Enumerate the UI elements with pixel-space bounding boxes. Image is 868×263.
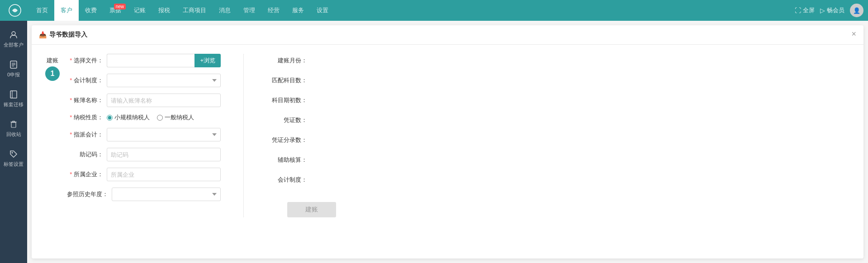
sidebar-item-zero-report[interactable]: 0申报: [0, 55, 27, 83]
fullscreen-icon: ⛶: [795, 7, 801, 14]
form-fields: * 选择文件： +浏览 * 会计制度：: [67, 54, 221, 201]
file-input-group: +浏览: [107, 54, 221, 67]
auxiliary-row: 辅助核算：: [266, 153, 357, 167]
accounting-system-label: * 会计制度：: [67, 76, 103, 85]
voucher-entries-label: 凭证分录数：: [266, 136, 307, 144]
accountant-row: * 指派会计：: [67, 128, 221, 141]
history-year-row: 参照历史年度：: [67, 188, 221, 201]
nav-item-operations[interactable]: 经营: [261, 0, 286, 21]
app-logo[interactable]: [5, 0, 25, 21]
auxiliary-label: 辅助核算：: [266, 156, 307, 164]
step-indicator: 建账 1: [45, 54, 60, 81]
dialog-body: 建账 1 * 选择文件： +浏览: [32, 45, 863, 226]
sidebar-item-tag-settings[interactable]: 标签设置: [0, 145, 27, 172]
build-btn-container: 建账: [266, 202, 357, 217]
history-year-label: 参照历史年度：: [67, 190, 108, 198]
file-icon: [9, 60, 19, 70]
svg-point-9: [12, 152, 13, 154]
file-input[interactable]: [107, 54, 194, 67]
close-button[interactable]: ×: [851, 30, 856, 38]
tax-small-label: 小规模纳税人: [114, 113, 150, 122]
trash-icon: [9, 119, 19, 129]
dialog-header: 📥 导爷数据导入: [32, 25, 863, 45]
new-badge: new: [114, 4, 126, 9]
account-name-row: * 账簿名称：: [67, 94, 221, 107]
person-icon: [9, 30, 19, 40]
init-amount-row: 科目期初数：: [266, 94, 357, 107]
sidebar-item-account-migration[interactable]: 账套迁移: [0, 85, 27, 113]
svg-point-1: [12, 32, 15, 35]
accounting-system-info-row: 会计制度：: [266, 173, 357, 187]
memo-label: 助记码：: [67, 150, 103, 159]
tax-general-radio[interactable]: [157, 115, 163, 121]
month-row: 建账月份：: [266, 54, 357, 67]
tag-icon: [9, 149, 19, 159]
nav-right-area: ⛶ 全屏 ▷ 畅会员 👤: [795, 4, 863, 17]
content-area: 📥 导爷数据导入 × 建账 1: [27, 21, 868, 263]
svg-rect-6: [10, 91, 17, 98]
accountant-label: * 指派会计：: [67, 131, 103, 139]
form-left-section: 建账 1 * 选择文件： +浏览: [45, 54, 221, 217]
step-circle: 1: [45, 66, 60, 81]
dialog-card: 📥 导爷数据导入 × 建账 1: [32, 25, 863, 258]
match-subjects-label: 匹配科目数：: [266, 76, 307, 85]
nav-item-fees[interactable]: 收费: [79, 0, 103, 21]
tax-general-option[interactable]: 一般纳税人: [157, 113, 194, 122]
accountant-select[interactable]: [107, 128, 221, 141]
svg-rect-8: [11, 122, 16, 127]
tax-general-label: 一般纳税人: [165, 113, 194, 122]
step-text: 建账: [47, 56, 58, 65]
nav-item-messages[interactable]: 消息: [213, 0, 237, 21]
vertical-divider: [243, 54, 244, 217]
nav-item-settings[interactable]: 设置: [310, 0, 335, 21]
tax-small-radio[interactable]: [107, 115, 113, 121]
avatar-icon: 👤: [853, 7, 860, 14]
nav-item-customers[interactable]: 客户: [54, 0, 79, 21]
accounting-system-info-label: 会计制度：: [266, 176, 307, 184]
vip-button[interactable]: ▷ 畅会员: [820, 6, 844, 14]
vip-icon: ▷: [820, 7, 825, 14]
nav-item-business[interactable]: 工商项目: [176, 0, 213, 21]
accounting-system-row: * 会计制度：: [67, 74, 221, 87]
dialog-title: 导爷数据导入: [49, 31, 87, 39]
file-select-row: * 选择文件： +浏览: [67, 54, 221, 67]
fullscreen-button[interactable]: ⛶ 全屏: [795, 6, 815, 14]
nav-item-services[interactable]: 服务: [286, 0, 310, 21]
memo-row: 助记码：: [67, 148, 221, 161]
match-subjects-row: 匹配科目数：: [266, 74, 357, 87]
file-label: * 选择文件：: [67, 56, 103, 65]
account-name-input[interactable]: [107, 94, 221, 107]
tax-type-radio-group: 小规模纳税人 一般纳税人: [107, 113, 221, 122]
main-layout: 全部客户 0申报 账套迁移: [0, 21, 868, 263]
tax-type-label: * 纳税性质：: [67, 113, 103, 122]
nav-item-invoices[interactable]: 票据 new: [103, 0, 128, 21]
account-name-label: * 账簿名称：: [67, 96, 103, 104]
accounting-system-select[interactable]: [107, 74, 221, 87]
history-year-select[interactable]: [112, 188, 221, 201]
nav-item-manage[interactable]: 管理: [237, 0, 261, 21]
browse-button[interactable]: +浏览: [194, 54, 221, 67]
form-right-section: 建账月份： 匹配科目数： 科目期初数： 凭证数：: [266, 54, 357, 217]
tax-type-row: * 纳税性质： 小规模纳税人 一般纳税人: [67, 113, 221, 122]
init-amount-label: 科目期初数：: [266, 96, 307, 104]
nav-item-tax[interactable]: 报税: [152, 0, 176, 21]
sidebar: 全部客户 0申报 账套迁移: [0, 21, 27, 263]
user-avatar[interactable]: 👤: [850, 4, 863, 17]
sidebar-item-all-customers[interactable]: 全部客户: [0, 25, 27, 53]
sidebar-item-recycle[interactable]: 回收站: [0, 115, 27, 142]
vouchers-label: 凭证数：: [266, 116, 307, 124]
tax-small-option[interactable]: 小规模纳税人: [107, 113, 150, 122]
top-navigation: 首页 客户 收费 票据 new 记账 报税 工商项目 消息 管理 经营 服务 设…: [0, 0, 868, 21]
voucher-entries-row: 凭证分录数：: [266, 133, 357, 147]
month-label: 建账月份：: [266, 56, 307, 65]
build-account-button[interactable]: 建账: [287, 202, 336, 217]
vouchers-row: 凭证数：: [266, 113, 357, 127]
nav-item-bookkeeping[interactable]: 记账: [128, 0, 152, 21]
company-row: * 所属企业：: [67, 168, 221, 181]
book-icon: [9, 89, 19, 99]
company-input[interactable]: [107, 168, 221, 181]
memo-input[interactable]: [107, 148, 221, 161]
nav-item-home[interactable]: 首页: [30, 0, 54, 21]
import-icon: 📥: [39, 31, 47, 38]
company-label: * 所属企业：: [67, 170, 103, 178]
